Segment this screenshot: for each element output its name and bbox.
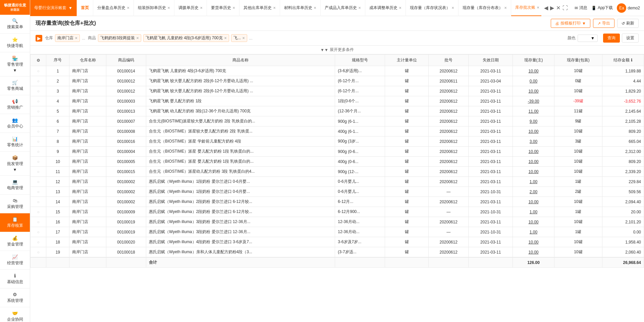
- sidebar-item-营销推广[interactable]: 📢营销推广: [0, 95, 30, 114]
- sidebar-item-库存核算[interactable]: 📋库存核算: [0, 213, 30, 232]
- sidebar-item-经营管理[interactable]: 📈经营管理: [0, 251, 30, 270]
- nav-tab-产成品入库单[interactable]: 产成品入库单历史✕: [321, 0, 365, 16]
- settings-btn[interactable]: 设置: [622, 34, 639, 43]
- row-settings[interactable]: ○: [31, 177, 46, 187]
- nav-tab-首页[interactable]: 首页: [77, 0, 93, 16]
- row-qty-main[interactable]: 1.00: [513, 207, 554, 217]
- close-tab-btn[interactable]: ✕: [555, 4, 561, 12]
- sidebar-item-采购管理[interactable]: 🛍采购管理: [0, 195, 30, 213]
- product-more[interactable]: ...: [249, 36, 253, 41]
- query-btn[interactable]: 查询: [603, 34, 620, 43]
- warehouse-tag-1[interactable]: 南岸门店 ✕: [55, 34, 80, 42]
- sidebar-item-零售统计[interactable]: 📊零售统计: [0, 133, 30, 152]
- tab-close-btn[interactable]: ✕: [504, 6, 507, 10]
- row-settings[interactable]: ○: [31, 167, 46, 177]
- tab-close-btn[interactable]: ✕: [232, 6, 235, 10]
- row-settings[interactable]: ○: [31, 106, 46, 116]
- sidebar-item-快捷导航[interactable]: ⭐快捷导航: [0, 34, 30, 52]
- row-qty-main[interactable]: 1.00: [513, 177, 554, 187]
- row-qty-main[interactable]: 10.00: [513, 126, 554, 137]
- row-qty-main[interactable]: -39.00: [513, 96, 554, 106]
- nav-tab-要货单历史[interactable]: 要货单历史✕: [207, 0, 239, 16]
- nav-next-btn[interactable]: ▶: [549, 4, 555, 12]
- col-settings[interactable]: ⚙: [31, 55, 46, 66]
- row-qty-main[interactable]: 9.00: [513, 116, 554, 126]
- refresh-btn[interactable]: ↺ 刷新: [617, 19, 639, 28]
- row-settings[interactable]: ○: [31, 227, 46, 237]
- row-settings[interactable]: ○: [31, 66, 46, 76]
- row-qty-main[interactable]: 3.00: [513, 137, 554, 147]
- tab-close-btn[interactable]: ✕: [358, 6, 361, 10]
- row-settings[interactable]: ○: [31, 197, 46, 207]
- row-settings[interactable]: ○: [31, 96, 46, 106]
- nav-prev-btn[interactable]: ◀: [543, 4, 549, 12]
- row-settings[interactable]: ○: [31, 237, 46, 247]
- nav-tab-分量盘点单历[interactable]: 分量盘点单历史✕: [93, 0, 134, 16]
- sidebar-item-批发管理[interactable]: 📦批发管理▼: [0, 152, 30, 176]
- row-settings[interactable]: ○: [31, 157, 46, 167]
- tab-close-btn[interactable]: ✕: [537, 6, 539, 9]
- export-btn[interactable]: ↗ 导出: [593, 19, 614, 28]
- sidebar-item-会员中心[interactable]: 👥会员中心: [0, 114, 30, 133]
- nav-tab-库存批次账[interactable]: 库存批次账✕: [511, 0, 541, 16]
- sidebar-item-电商管理[interactable]: 💻电商管理: [0, 176, 30, 195]
- tab-close-btn[interactable]: ✕: [451, 6, 454, 10]
- row-settings[interactable]: ○: [31, 126, 46, 137]
- tab-close-btn[interactable]: ✕: [399, 6, 401, 10]
- row-qty-main[interactable]: 10.00: [513, 167, 554, 177]
- message-btn[interactable]: ✉ 消息: [575, 5, 587, 11]
- row-settings[interactable]: ○: [31, 76, 46, 86]
- product-tag-close-3[interactable]: ✕: [242, 36, 245, 40]
- row-qty-main[interactable]: 10.00: [513, 247, 554, 258]
- sidebar-item-基础信息[interactable]: ℹ基础信息: [0, 270, 30, 288]
- expand-more-btn[interactable]: ▼▼ 展开更多条件: [320, 47, 354, 53]
- row-qty-main[interactable]: 11.00: [513, 106, 554, 116]
- nav-tab-成本调整单历[interactable]: 成本调整单历史✕: [365, 0, 406, 16]
- product-tag-2[interactable]: 飞鹤星飞帆 儿童奶粉 4段(3-6岁适用) 700克 ✕: [143, 34, 229, 42]
- row-settings[interactable]: ○: [31, 207, 46, 217]
- nav-tab-其他出库单历[interactable]: 其他出库单历史✕: [239, 0, 280, 16]
- filter-expand-btn[interactable]: ▶: [36, 35, 42, 42]
- product-tag-1[interactable]: 飞鹤奶粉3段两提装 ✕: [98, 34, 141, 42]
- tab-close-btn[interactable]: ✕: [273, 6, 276, 10]
- warehouse-more[interactable]: ...: [82, 36, 85, 41]
- row-qty-main[interactable]: 10.00: [513, 147, 554, 157]
- app-download-btn[interactable]: 📱 App下载: [591, 5, 613, 11]
- tab-close-btn[interactable]: ✕: [314, 6, 316, 10]
- sidebar-item-零售管理[interactable]: 🏪零售管理▼: [0, 52, 30, 76]
- sidebar-item-搜索菜单[interactable]: 🔍搜索菜单: [0, 15, 30, 34]
- tab-close-btn[interactable]: ✕: [167, 6, 170, 10]
- product-tag-close-2[interactable]: ✕: [224, 36, 227, 40]
- product-tag-3[interactable]: 飞... ✕: [231, 34, 247, 42]
- nav-tab-调拨单历史[interactable]: 调拨单历史✕: [174, 0, 207, 16]
- nav-tab-组装拆卸单历[interactable]: 组装拆卸单历史✕: [134, 0, 174, 16]
- row-settings[interactable]: ○: [31, 116, 46, 126]
- nav-tab-材料出库单历[interactable]: 材料出库单历史✕: [280, 0, 321, 16]
- row-qty-main[interactable]: 0.00: [513, 76, 554, 86]
- warehouse-tag-close[interactable]: ✕: [75, 36, 77, 40]
- row-settings[interactable]: ○: [31, 86, 46, 96]
- row-qty-main[interactable]: 10.00: [513, 217, 554, 227]
- color-dropdown[interactable]: ▼: [578, 35, 598, 42]
- sidebar-item-零售商城[interactable]: 🛒零售商城: [0, 76, 30, 95]
- nav-selector[interactable]: 母婴行业演示账套 ▼: [30, 0, 77, 16]
- row-settings[interactable]: ○: [31, 247, 46, 258]
- row-qty-main[interactable]: 10.00: [513, 86, 554, 96]
- maximize-btn[interactable]: ⛶: [562, 4, 569, 12]
- row-settings[interactable]: ○: [31, 147, 46, 157]
- row-qty-main[interactable]: 1.00: [513, 227, 554, 237]
- row-qty-main[interactable]: 10.00: [513, 197, 554, 207]
- row-qty-main[interactable]: 10.00: [513, 157, 554, 167]
- row-settings[interactable]: ○: [31, 137, 46, 147]
- template-print-btn[interactable]: 🖨 按模板打印 ▼: [551, 19, 590, 28]
- row-settings[interactable]: ○: [31, 217, 46, 227]
- row-qty-main[interactable]: 10.00: [513, 66, 554, 76]
- nav-tab-现存量（库存[interactable]: 现存量（库存分布表）✕: [459, 0, 511, 16]
- tab-close-btn[interactable]: ✕: [200, 6, 203, 10]
- nav-tab-现存量（库存[interactable]: 现存量（库存状况表）✕: [406, 0, 459, 16]
- row-qty-main[interactable]: 10.00: [513, 237, 554, 247]
- sidebar-item-企业协同[interactable]: 🤝企业协同: [0, 307, 30, 322]
- tab-close-btn[interactable]: ✕: [127, 6, 129, 10]
- sidebar-item-系统管理[interactable]: ⚙系统管理: [0, 288, 30, 307]
- product-tag-close-1[interactable]: ✕: [136, 36, 139, 40]
